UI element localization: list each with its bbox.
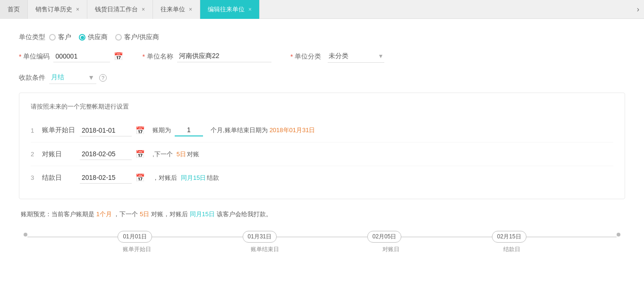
tab-bar: 首页 销售订单历史 × 钱货日清工作台 × 往来单位 × 编辑往来单位 × › xyxy=(0,0,644,19)
tab-sales-close[interactable]: × xyxy=(76,6,79,13)
payment-terms-arrow: ▼ xyxy=(88,74,94,81)
row-1-suffix-mid: 个月,账单结束日期为 xyxy=(211,126,268,135)
tab-home[interactable]: 首页 xyxy=(0,0,28,19)
radio-supplier-label: 供应商 xyxy=(88,33,108,42)
radio-supplier[interactable]: 供应商 xyxy=(79,33,108,42)
preview-highlight2: 5日 xyxy=(140,211,149,218)
row-2-suffix-post: 对账 xyxy=(187,150,199,159)
row-3-suffix-post: 结款 xyxy=(207,174,219,182)
tab-cash-label: 钱货日清工作台 xyxy=(95,5,138,14)
main-content: 单位类型 客户 供应商 客户/供应商 * 单位编码 📅 * 单位名称 * xyxy=(0,19,644,287)
row-2-cal[interactable]: 📅 xyxy=(136,150,145,159)
row-1-num: 1 xyxy=(31,127,42,134)
tl-label-1: 账单开始日 xyxy=(118,245,156,253)
tab-cash-close[interactable]: × xyxy=(142,6,145,13)
unit-name-star: * xyxy=(142,53,144,60)
row-1-suffix-pre: 账期为 xyxy=(153,126,171,135)
tab-more-button[interactable]: › xyxy=(632,5,644,14)
tl-point-3: 02月05日 xyxy=(367,231,402,243)
row-2-num: 2 xyxy=(31,151,42,158)
preview-pre: 账期预览：当前客户账期是 xyxy=(21,211,94,218)
tl-badge-1: 01月01日 xyxy=(118,231,152,243)
unit-code-star: * xyxy=(19,53,21,60)
tl-point-2: 01月31日 xyxy=(243,231,277,243)
unit-category-value: 未分类 xyxy=(329,52,375,60)
tab-sales-label: 销售订单历史 xyxy=(35,5,72,14)
payment-terms-label: 收款条件 xyxy=(19,74,45,82)
tl-label-4: 结款日 xyxy=(498,245,526,253)
radio-customer-label: 客户 xyxy=(58,33,71,42)
tl-badge-4: 02月15日 xyxy=(492,231,526,243)
unit-cat-label: 单位分类 xyxy=(295,52,321,61)
unit-category-arrow: ▼ xyxy=(378,53,383,59)
tl-badge-2: 01月31日 xyxy=(243,231,277,243)
radio-customer-supplier[interactable]: 客户/供应商 xyxy=(115,33,159,42)
unit-code-label: 单位编码 xyxy=(23,52,50,61)
row-3-num: 3 xyxy=(31,174,42,181)
tab-home-label: 首页 xyxy=(8,5,20,14)
tl-line-2 xyxy=(152,236,242,237)
row-3-suffix-pre: ，对账后 xyxy=(153,174,177,182)
tl-line-1 xyxy=(27,236,118,237)
unit-type-label: 单位类型 xyxy=(19,33,45,42)
radio-supplier-circle xyxy=(79,34,85,41)
row-1-end-date: 2018年01月31日 xyxy=(270,126,315,135)
preview-highlight1: 1个月 xyxy=(96,211,112,218)
preview-mid1: ，下一个 xyxy=(113,211,138,218)
preview-post: 该客户会给我打款。 xyxy=(217,211,272,218)
preview-section: 账期预览：当前客户账期是 1个月 ，下一个 5日 对账，对账后 同月15日 该客… xyxy=(19,209,625,219)
radio-customer[interactable]: 客户 xyxy=(49,33,71,42)
tab-edit-label: 编辑往来单位 xyxy=(208,5,245,14)
row-1-cal[interactable]: 📅 xyxy=(136,126,145,135)
unit-cat-star: * xyxy=(290,53,293,60)
row-3-cal[interactable]: 📅 xyxy=(136,173,145,182)
row-3-label: 结款日 xyxy=(42,174,80,182)
row-3-date[interactable] xyxy=(80,172,132,184)
radio-cs-label: 客户/供应商 xyxy=(124,33,159,42)
tl-line-5 xyxy=(526,236,617,237)
unit-code-icon[interactable]: 📅 xyxy=(114,52,123,61)
row-2-suffix-pre: ,下一个 xyxy=(153,150,173,159)
help-icon[interactable]: ? xyxy=(99,74,107,82)
period-row-3: 3 结款日 📅 ，对账后 同月15日 结款 xyxy=(31,166,613,189)
period-section: 请按照未来的一个完整帐期进行设置 1 账单开始日 📅 账期为 个月,账单结束日期… xyxy=(19,93,625,199)
radio-customer-circle xyxy=(49,34,56,41)
unit-type-row: 单位类型 客户 供应商 客户/供应商 xyxy=(19,33,625,42)
tl-label-3: 对账日 xyxy=(374,245,407,253)
unit-name-label: 单位名称 xyxy=(147,52,173,61)
row-1-date[interactable] xyxy=(80,125,132,136)
row-2-label: 对账日 xyxy=(42,150,80,159)
unit-code-field: 📅 xyxy=(53,51,123,62)
tl-end-dot xyxy=(617,233,620,236)
tl-start-dot xyxy=(24,233,27,236)
payment-terms-select[interactable]: 月结 ▼ xyxy=(49,71,96,84)
unit-code-input[interactable] xyxy=(53,51,110,62)
unit-category-select[interactable]: 未分类 ▼ xyxy=(328,50,384,63)
row-3-highlight: 同月15日 xyxy=(181,174,206,182)
tab-partner-units[interactable]: 往来单位 × xyxy=(153,0,200,19)
tl-label-2: 账单结束日 xyxy=(246,245,284,253)
payment-terms-row: 收款条件 月结 ▼ ? xyxy=(19,71,625,84)
tab-partner-close[interactable]: × xyxy=(189,6,192,13)
preview-highlight3: 同月15日 xyxy=(190,211,215,218)
tab-edit-close[interactable]: × xyxy=(248,6,252,13)
tl-badge-3: 02月05日 xyxy=(367,231,402,243)
tab-cash-work[interactable]: 钱货日清工作台 × xyxy=(87,0,153,19)
row-2-date[interactable] xyxy=(80,148,132,160)
period-months-input[interactable] xyxy=(175,124,203,136)
tl-point-4: 02月15日 xyxy=(492,231,526,243)
tl-point-1: 01月01日 xyxy=(118,231,152,243)
section-description: 请按照未来的一个完整帐期进行设置 xyxy=(31,102,613,111)
tab-sales-order[interactable]: 销售订单历史 × xyxy=(28,0,87,19)
timeline-section: 01月01日 01月31日 02月05日 02月15日 xyxy=(19,231,625,253)
unit-name-input[interactable] xyxy=(177,51,271,62)
tab-edit-partner[interactable]: 编辑往来单位 × xyxy=(200,0,260,19)
unit-info-row: * 单位编码 📅 * 单位名称 * 单位分类 未分类 ▼ xyxy=(19,50,625,63)
row-2-highlight: 5日 xyxy=(177,150,186,159)
row-1-label: 账单开始日 xyxy=(42,126,80,135)
tab-partner-label: 往来单位 xyxy=(161,5,185,14)
period-row-1: 1 账单开始日 📅 账期为 个月,账单结束日期为 2018年01月31日 xyxy=(31,118,613,143)
tl-line-3 xyxy=(277,236,367,237)
period-row-2: 2 对账日 📅 ,下一个 5日 对账 xyxy=(31,143,613,166)
radio-cs-circle xyxy=(115,34,122,41)
